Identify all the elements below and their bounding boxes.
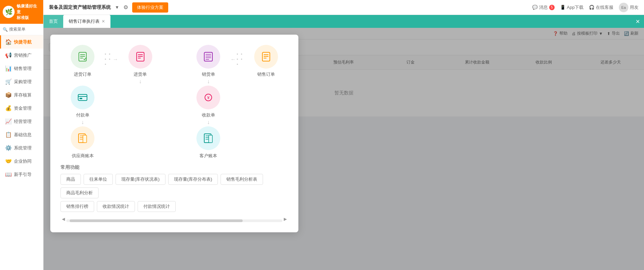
- flow-diagram: 进货订单 ↓ 付款单 ↓: [60, 45, 288, 159]
- sidebar-item-label: 营销推广: [14, 52, 32, 58]
- sidebar-item-guide[interactable]: 📖 新手引导: [0, 168, 43, 181]
- common-functions-row-1: 商品 往来单位 现存量(库存状况表) 现存量(库存分布表) 销售毛利分析表 商品…: [60, 174, 288, 198]
- sidebar-item-label: 资金管理: [14, 105, 32, 111]
- purchase-order-node: 进货订单: [60, 45, 105, 77]
- arrow-down-receipt: ↓: [207, 118, 210, 126]
- purchase-order-label: 进货订单: [74, 71, 91, 77]
- enterprise-icon: 🤝: [5, 158, 12, 164]
- sales-slip-circle[interactable]: [196, 45, 220, 69]
- sidebar-item-label: 基础信息: [14, 132, 32, 138]
- settings-icon[interactable]: ⚙: [123, 4, 128, 11]
- func-partner[interactable]: 往来单位: [84, 174, 113, 185]
- marketing-icon: 📢: [5, 52, 12, 58]
- logo-icon: 🌿: [3, 6, 15, 18]
- tab-sales-order[interactable]: 销售订单执行表 ✕: [63, 15, 110, 28]
- guide-icon: 📖: [5, 171, 12, 178]
- sidebar-item-label: 采购管理: [14, 79, 32, 85]
- main-area: 装备及固定资产辅助管理系统 ▼ ⚙ 体验行业方案 💬 消息 5 📱 App下载 …: [43, 0, 644, 270]
- func-stock-status[interactable]: 现存量(库存状况表): [116, 174, 166, 185]
- sidebar-item-basic-info[interactable]: 📋 基础信息: [0, 128, 43, 141]
- sidebar-item-finance[interactable]: 💰 资金管理: [0, 102, 43, 115]
- purchase-order-circle[interactable]: [71, 45, 94, 69]
- arrow-down-purchase: ↓: [139, 77, 142, 86]
- supplier-ledger-circle[interactable]: [71, 126, 94, 150]
- sidebar-logo: 🌿 畅康通好生意 标准版: [0, 0, 43, 24]
- payment-node: 付款单: [60, 86, 105, 118]
- sidebar-item-operations[interactable]: 📈 经营管理: [0, 115, 43, 128]
- func-product-gross[interactable]: 商品毛利分析: [60, 187, 99, 198]
- customer-ledger-circle[interactable]: [196, 126, 220, 150]
- purchase-slip-circle[interactable]: [128, 45, 152, 69]
- sales-slip-label: 销货单: [202, 71, 215, 77]
- purchase-slip-label: 进货单: [134, 71, 147, 77]
- svg-rect-27: [209, 135, 212, 143]
- inventory-icon: 📦: [5, 92, 12, 98]
- tab-close-icon[interactable]: ✕: [102, 19, 105, 24]
- sidebar-item-marketing[interactable]: 📢 营销推广: [0, 49, 43, 62]
- logo-text: 畅康通好生意 标准版: [17, 3, 40, 20]
- tab-home-label: 首页: [49, 18, 58, 24]
- func-product[interactable]: 商品: [60, 174, 81, 185]
- svg-rect-11: [83, 135, 87, 143]
- system-icon: ⚙️: [5, 145, 12, 151]
- service-icon: 🎧: [589, 5, 594, 10]
- supplier-ledger-node: 供应商账本: [60, 126, 105, 159]
- online-service-button[interactable]: 🎧 在线客服: [589, 4, 613, 11]
- scroll-right-button[interactable]: ▶: [282, 217, 288, 221]
- func-receipt-stats[interactable]: 收款情况统计: [97, 201, 135, 212]
- payment-label: 付款单: [76, 112, 89, 118]
- sales-order-chain: 销售订单: [244, 45, 288, 77]
- svg-text:¥: ¥: [207, 95, 210, 100]
- sales-order-circle[interactable]: [254, 45, 278, 69]
- home-icon: 🏠: [5, 39, 12, 45]
- content-area: ❓ 帮助 🖨 按模板打印 ▼ ⬆ 导出 🔄 刷新: [43, 28, 644, 270]
- top-header: 装备及固定资产辅助管理系统 ▼ ⚙ 体验行业方案 💬 消息 5 📱 App下载 …: [43, 0, 644, 15]
- trial-button[interactable]: 体验行业方案: [132, 2, 168, 13]
- tab-home[interactable]: 首页: [43, 15, 63, 28]
- sales-order-node: 销售订单: [244, 45, 288, 77]
- sidebar-item-quick-nav[interactable]: 🏠 快捷导航: [0, 35, 43, 49]
- app-dropdown-icon[interactable]: ▼: [115, 5, 119, 10]
- sidebar-item-label: 企业协同: [14, 158, 32, 164]
- func-sales-rank[interactable]: 销售排行榜: [60, 201, 94, 212]
- purchase-order-chain: 进货订单 ↓ 付款单 ↓: [60, 45, 105, 159]
- common-functions-title: 常用功能: [60, 164, 288, 170]
- sales-order-node-label: 销售订单: [257, 71, 275, 77]
- modal-scrollbar[interactable]: [66, 219, 282, 222]
- scrollbar-thumb[interactable]: [70, 219, 243, 222]
- purchase-icon: 🛒: [5, 78, 12, 85]
- common-functions: 常用功能 商品 往来单位 现存量(库存状况表) 现存量(库存分布表) 销售毛利分…: [60, 164, 288, 212]
- payment-circle[interactable]: [71, 86, 94, 109]
- scroll-left-button[interactable]: ◀: [60, 217, 66, 221]
- app-title: 装备及固定资产辅助管理系统: [49, 4, 111, 11]
- supplier-ledger-label: 供应商账本: [72, 153, 94, 159]
- receipt-label: 收款单: [202, 112, 215, 118]
- user-menu[interactable]: Ea 用友: [619, 3, 639, 12]
- sidebar-item-enterprise[interactable]: 🤝 企业协同: [0, 155, 43, 168]
- func-payment-stats[interactable]: 付款情况统计: [138, 201, 176, 212]
- tab-sales-order-label: 销售订单执行表: [69, 18, 100, 24]
- receipt-circle[interactable]: ¥: [196, 86, 220, 109]
- tab-bar-close-button[interactable]: ✕: [631, 18, 644, 25]
- sidebar-item-sales[interactable]: 📊 销售管理: [0, 62, 43, 75]
- message-icon: 💬: [532, 5, 538, 10]
- sidebar-item-system[interactable]: ⚙️ 系统管理: [0, 141, 43, 155]
- svg-rect-4: [78, 94, 87, 101]
- tab-bar: 首页 销售订单执行表 ✕ ✕: [43, 15, 644, 28]
- app-download-button[interactable]: 📱 App下载: [560, 4, 584, 11]
- purchase-slip-node: 进货单: [118, 45, 162, 77]
- sidebar-item-inventory[interactable]: 📦 库存核算: [0, 88, 43, 102]
- message-button[interactable]: 💬 消息 5: [532, 4, 555, 11]
- modal-overlay: 进货订单 ↓ 付款单 ↓: [43, 28, 644, 270]
- customer-ledger-label: 客户账本: [199, 153, 217, 159]
- sales-slip-node: 销货单: [186, 45, 230, 77]
- svg-rect-6: [80, 98, 82, 99]
- func-sales-gross[interactable]: 销售毛利分析表: [221, 174, 263, 185]
- sidebar-item-purchase[interactable]: 🛒 采购管理: [0, 75, 43, 88]
- sidebar-item-label: 新手引导: [14, 172, 32, 178]
- operations-icon: 📈: [5, 118, 12, 125]
- func-stock-dist[interactable]: 现存量(库存分布表): [168, 174, 218, 185]
- customer-ledger-node: 客户账本: [186, 126, 230, 159]
- search-menu[interactable]: 🔍 搜索菜单: [0, 24, 43, 35]
- svg-rect-16: [204, 52, 212, 61]
